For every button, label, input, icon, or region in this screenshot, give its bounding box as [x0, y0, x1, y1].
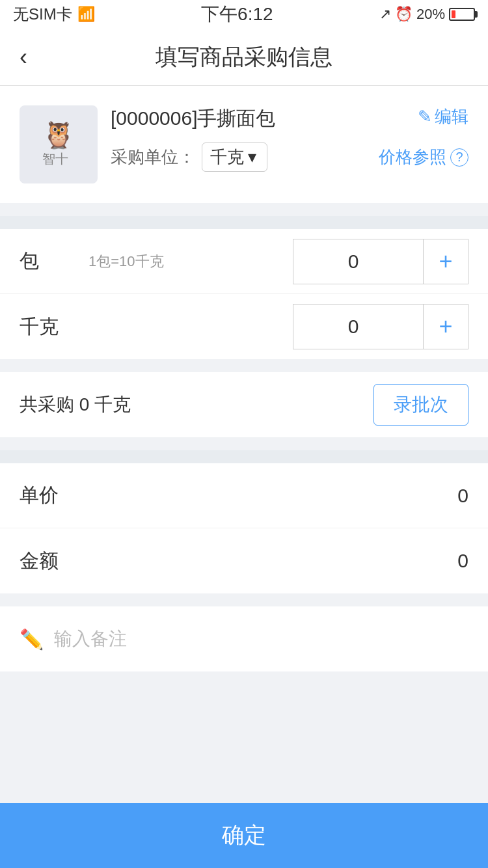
kg-input-row: 千克 +	[0, 294, 488, 359]
amount-label: 金额	[20, 548, 59, 575]
status-left: 无SIM卡 📶	[13, 4, 95, 25]
product-name: [0000006]手撕面包	[111, 105, 275, 132]
pencil-icon: ✏️	[20, 628, 44, 651]
status-time: 下午6:12	[201, 2, 273, 27]
status-bar: 无SIM卡 📶 下午6:12 ↗ ⏰ 20%	[0, 0, 488, 29]
bag-label: 包	[20, 248, 85, 275]
record-batch-button[interactable]: 录批次	[373, 384, 468, 426]
summary-section: 共采购 0 千克 录批次	[0, 372, 488, 437]
product-logo-icon: 🦉	[42, 122, 75, 148]
product-name-row: [0000006]手撕面包 ✎编辑	[111, 105, 468, 132]
kg-plus-button[interactable]: +	[423, 304, 468, 349]
price-section: 单价 0 金额 0	[0, 463, 488, 593]
price-reference-button[interactable]: 价格参照 ?	[379, 146, 468, 169]
note-section[interactable]: ✏️ 输入备注	[0, 606, 488, 671]
section-divider-2	[0, 450, 488, 463]
battery-icon	[449, 8, 475, 21]
unit-select[interactable]: 千克 ▾	[202, 142, 267, 172]
note-placeholder: 输入备注	[54, 627, 127, 651]
product-card: 🦉 智十 [0000006]手撕面包 ✎编辑 采购单位： 千克 ▾ 价格参照 ?	[0, 86, 488, 203]
page-title: 填写商品采购信息	[156, 42, 332, 72]
bag-input-row: 包 1包=10千克 +	[0, 229, 488, 294]
wifi-icon: 📶	[77, 6, 95, 23]
bag-quantity-input[interactable]	[293, 239, 423, 284]
section-divider-1	[0, 216, 488, 229]
status-right: ↗ ⏰ 20%	[379, 6, 475, 23]
confirm-label: 确定	[222, 821, 266, 850]
product-logo-text: 智十	[42, 150, 75, 168]
battery-fill	[452, 10, 455, 18]
page-header: ‹ 填写商品采购信息	[0, 29, 488, 86]
bag-sub-label: 1包=10千克	[88, 252, 164, 271]
product-image: 🦉 智十	[20, 105, 98, 183]
carrier-text: 无SIM卡	[13, 4, 72, 25]
purchase-unit-row: 采购单位： 千克 ▾ 价格参照 ?	[111, 142, 468, 172]
kg-input-wrap: +	[293, 304, 468, 349]
chevron-down-icon: ▾	[248, 147, 256, 167]
alarm-icon: ⏰	[395, 6, 413, 23]
unit-price-row: 单价 0	[0, 463, 488, 528]
edit-button[interactable]: ✎编辑	[418, 105, 468, 128]
question-icon: ?	[450, 148, 468, 167]
kg-label: 千克	[20, 314, 85, 340]
kg-quantity-input[interactable]	[293, 304, 423, 349]
unit-price-label: 单价	[20, 482, 59, 509]
summary-text: 共采购 0 千克	[20, 392, 131, 417]
amount-value: 0	[457, 550, 468, 572]
confirm-bar[interactable]: 确定	[0, 803, 488, 868]
location-icon: ↗	[379, 6, 391, 23]
unit-price-value: 0	[457, 485, 468, 507]
amount-row: 金额 0	[0, 528, 488, 593]
battery-percent: 20%	[416, 6, 445, 23]
bag-input-wrap: +	[293, 239, 468, 284]
quantity-input-section: 包 1包=10千克 + 千克 +	[0, 229, 488, 359]
product-info: [0000006]手撕面包 ✎编辑 采购单位： 千克 ▾ 价格参照 ?	[111, 105, 468, 172]
back-button[interactable]: ‹	[20, 44, 27, 71]
unit-label: 采购单位：	[111, 146, 195, 169]
bag-plus-button[interactable]: +	[423, 239, 468, 284]
